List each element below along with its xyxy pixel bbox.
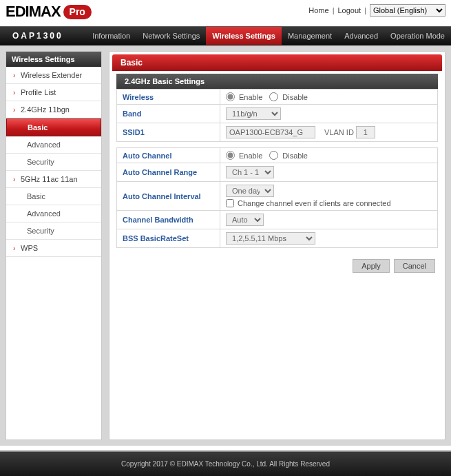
sidebar-item-label: 2.4GHz 11bgn [21,105,70,114]
tab-strip: Information Network Settings Wireless Se… [86,27,451,45]
sidebar-item-label: Security [27,158,54,166]
autointerval-select[interactable]: One day [226,185,274,197]
sidebar-sub-security-5[interactable]: Security [6,223,101,240]
main-panel: Basic 2.4GHz Basic Settings Wireless Ena… [109,51,445,440]
sidebar-item-label: Advanced [27,209,61,218]
row-band-label: Band [117,105,220,123]
sidebar-sub-basic-5[interactable]: Basic [6,188,101,205]
tab-network-settings[interactable]: Network Settings [136,27,206,45]
chevron-right-icon: › [13,176,17,183]
language-select[interactable]: Global (English) [370,4,445,17]
row-autochannel-label: Auto Channel [117,148,220,163]
autorange-select[interactable]: Ch 1 - 11 [226,166,274,178]
cancel-button[interactable]: Cancel [394,259,435,273]
sidebar-sub-basic-24[interactable]: Basic [6,118,101,136]
sidebar-item-profile-list[interactable]: › Profile List [6,84,101,101]
row-wireless-label: Wireless [117,90,220,105]
ssid-input[interactable] [226,126,315,138]
bss-select[interactable]: 1,2,5.5,11 Mbps [226,232,315,245]
tab-wireless-settings[interactable]: Wireless Settings [206,27,282,45]
sidebar-item-label: Basic [28,123,48,132]
band-select[interactable]: 11b/g/n [226,107,281,120]
radio-label-enable: Enable [239,93,262,101]
sidebar-item-label: Profile List [21,88,56,96]
tab-advanced[interactable]: Advanced [338,27,384,45]
settings-table-1: Wireless Enable Disable Band [116,89,438,142]
section-title: 2.4GHz Basic Settings [116,74,438,89]
separator: | [364,6,366,14]
logo: EDIMAX Pro [6,3,92,21]
logout-link[interactable]: Logout [337,6,361,14]
sidebar-sub-advanced-24[interactable]: Advanced [6,136,101,154]
row-autorange-label: Auto Channel Range [117,163,220,182]
sidebar-title: Wireless Settings [6,52,101,67]
product-name: OAP1300 [0,27,76,45]
vlan-input[interactable] [356,126,375,138]
apply-button[interactable]: Apply [353,259,390,273]
sidebar-item-label: Advanced [27,141,61,149]
top-nav: OAP1300 Information Network Settings Wir… [0,26,451,45]
sidebar-item-label: Basic [27,192,45,200]
panel-title: Basic [112,54,442,71]
footer: Copyright 2017 © EDIMAX Technology Co., … [0,451,451,476]
sidebar-item-label: Security [27,227,54,235]
row-ssid-label: SSID1 [117,123,220,142]
logo-text: EDIMAX [6,3,61,21]
radio-label-disable: Disable [282,152,308,160]
autochannel-enable-radio[interactable] [226,151,235,160]
sidebar-sub-security-24[interactable]: Security [6,154,101,171]
row-bss-label: BSS BasicRateSet [117,229,220,248]
logo-pro-badge: Pro [63,5,92,19]
row-bandwidth-label: Channel Bandwidth [117,211,220,229]
autochannel-disable-radio[interactable] [269,151,278,160]
sidebar-item-label: Wireless Extender [21,71,82,79]
tab-information[interactable]: Information [86,27,136,45]
change-even-checkbox[interactable] [226,199,234,207]
sidebar-item-label: 5GHz 11ac 11an [21,175,78,183]
sidebar-sub-advanced-5[interactable]: Advanced [6,205,101,223]
chevron-right-icon: › [13,106,17,114]
wireless-disable-radio[interactable] [269,92,278,101]
sidebar: Wireless Settings › Wireless Extender › … [6,51,102,440]
settings-table-2: Auto Channel Enable Disable Auto Channel… [116,147,438,248]
wireless-radio-group: Enable Disable [226,92,432,101]
sidebar-item-label: WPS [21,244,38,252]
radio-label-enable: Enable [239,152,262,160]
tab-management[interactable]: Management [282,27,338,45]
vlan-label: VLAN ID [324,128,354,136]
sidebar-item-wps[interactable]: › WPS [6,240,101,257]
chevron-right-icon: › [13,72,17,79]
radio-label-disable: Disable [282,93,308,101]
separator: | [333,6,335,14]
autochannel-radio-group: Enable Disable [226,151,432,160]
header-bar: EDIMAX Pro Home | Logout | Global (Engli… [0,0,451,26]
button-bar: Apply Cancel [109,253,445,273]
bandwidth-select[interactable]: Auto [226,214,264,226]
sidebar-item-24ghz[interactable]: › 2.4GHz 11bgn [6,101,101,118]
row-autointerval-label: Auto Channel Interval [117,182,220,211]
sidebar-item-5ghz[interactable]: › 5GHz 11ac 11an [6,171,101,188]
change-even-label: Change channel even if clients are conne… [238,199,391,207]
home-link[interactable]: Home [308,6,328,14]
sidebar-item-wireless-extender[interactable]: › Wireless Extender [6,67,101,84]
chevron-right-icon: › [13,245,17,252]
chevron-right-icon: › [13,89,17,96]
wireless-enable-radio[interactable] [226,92,235,101]
tab-operation-mode[interactable]: Operation Mode [384,27,451,45]
